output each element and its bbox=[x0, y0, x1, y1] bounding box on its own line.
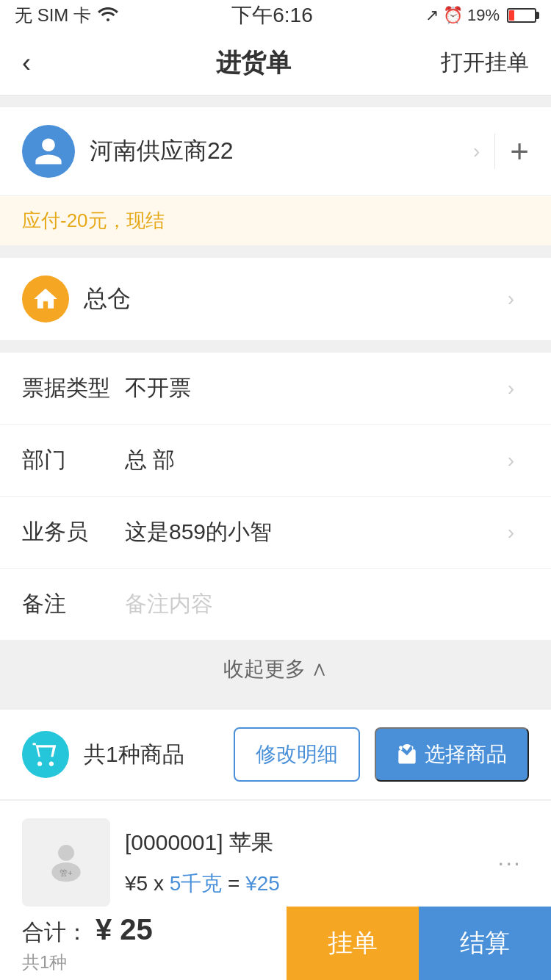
sales-label: 业务员 bbox=[22, 517, 110, 547]
equals-sign: = bbox=[228, 872, 245, 895]
status-time: 下午6:16 bbox=[231, 1, 313, 29]
collapse-button[interactable]: 收起更多 ∧ bbox=[0, 641, 551, 698]
carrier-text: 无 SIM 卡 bbox=[15, 4, 91, 27]
back-button[interactable]: ‹ bbox=[22, 48, 66, 79]
svg-text:管+: 管+ bbox=[60, 868, 72, 877]
pending-button[interactable]: 挂单 bbox=[287, 907, 419, 980]
select-product-label: 选择商品 bbox=[425, 741, 507, 768]
dept-row[interactable]: 部门 总 部 › bbox=[0, 425, 551, 497]
open-pending-button[interactable]: 打开挂单 bbox=[441, 48, 529, 78]
product-header: 共1种商品 修改明细 选择商品 bbox=[0, 710, 551, 799]
total-main: 合计： ¥ 25 bbox=[22, 913, 264, 948]
page-title: 进货单 bbox=[216, 46, 291, 80]
status-left: 无 SIM 卡 bbox=[15, 4, 119, 27]
select-product-icon bbox=[397, 744, 417, 765]
product-info: [0000001] 苹果 ¥5 x 5千克 = ¥25 bbox=[125, 828, 475, 898]
user-icon bbox=[32, 135, 65, 167]
product-title: 苹果 bbox=[229, 830, 273, 854]
checkout-button[interactable]: 结算 bbox=[419, 907, 551, 980]
sales-row[interactable]: 业务员 这是859的小智 › bbox=[0, 497, 551, 569]
supplier-divider bbox=[494, 134, 495, 169]
location-icon: ↗ bbox=[425, 6, 439, 25]
sales-chevron-icon: › bbox=[508, 521, 514, 544]
invoice-row[interactable]: 票据类型 不开票 › bbox=[0, 353, 551, 425]
form-section: 票据类型 不开票 › 部门 总 部 › 业务员 这是859的小智 › 备注 备注… bbox=[0, 353, 551, 641]
sales-value: 这是859的小智 bbox=[125, 517, 508, 547]
supplier-row[interactable]: 河南供应商22 › + bbox=[0, 107, 551, 196]
select-product-button[interactable]: 选择商品 bbox=[375, 727, 529, 782]
supplier-name: 河南供应商22 bbox=[90, 135, 473, 167]
invoice-label: 票据类型 bbox=[22, 373, 110, 403]
product-code: [0000001] bbox=[125, 830, 229, 854]
battery-text: 19% bbox=[467, 6, 500, 25]
total-price: ¥25 bbox=[245, 872, 280, 895]
alarm-icon: ⏰ bbox=[443, 6, 463, 25]
product-thumb-icon: 管+ bbox=[40, 837, 92, 888]
unit-price: ¥5 x bbox=[125, 872, 170, 895]
product-icon bbox=[22, 731, 69, 778]
total-amount: ¥ 25 bbox=[96, 913, 153, 946]
warehouse-card: 总仓 › bbox=[0, 258, 551, 341]
product-price-row: ¥5 x 5千克 = ¥25 bbox=[125, 870, 475, 898]
bottom-bar: 合计： ¥ 25 共1种 挂单 结算 bbox=[0, 907, 551, 980]
total-sub: 共1种 bbox=[22, 951, 264, 974]
battery-icon bbox=[507, 8, 536, 23]
total-label: 合计： bbox=[22, 918, 88, 948]
total-area: 合计： ¥ 25 共1种 bbox=[0, 913, 287, 974]
wifi-icon bbox=[97, 5, 119, 26]
remark-row[interactable]: 备注 备注内容 bbox=[0, 569, 551, 641]
nav-bar: ‹ 进货单 打开挂单 bbox=[0, 31, 551, 96]
product-thumbnail: 管+ bbox=[22, 818, 110, 907]
add-button[interactable]: + bbox=[510, 135, 529, 167]
supplier-avatar bbox=[22, 125, 75, 178]
warehouse-chevron-icon: › bbox=[508, 287, 514, 311]
product-name: [0000001] 苹果 bbox=[125, 828, 475, 858]
svg-point-0 bbox=[58, 845, 74, 861]
content-area: 河南供应商22 › + 应付-20元，现结 总仓 › 票据类型 不开票 › 部门… bbox=[0, 107, 551, 980]
product-count: 共1种商品 bbox=[84, 740, 219, 770]
invoice-chevron-icon: › bbox=[508, 377, 514, 400]
supplier-chevron-icon: › bbox=[473, 140, 480, 163]
modify-detail-button[interactable]: 修改明细 bbox=[234, 727, 360, 782]
status-right: ↗ ⏰ 19% bbox=[425, 6, 536, 25]
dept-chevron-icon: › bbox=[508, 449, 514, 472]
invoice-value: 不开票 bbox=[125, 373, 508, 403]
warehouse-name: 总仓 bbox=[84, 283, 508, 315]
supplier-card: 河南供应商22 › + 应付-20元，现结 bbox=[0, 107, 551, 246]
dept-value: 总 部 bbox=[125, 445, 508, 475]
cart-icon bbox=[32, 741, 60, 768]
more-options-button[interactable]: ··· bbox=[490, 842, 529, 884]
remark-placeholder: 备注内容 bbox=[125, 589, 529, 619]
warehouse-icon bbox=[22, 275, 69, 323]
remark-label: 备注 bbox=[22, 589, 110, 619]
warehouse-row[interactable]: 总仓 › bbox=[0, 258, 551, 341]
status-bar: 无 SIM 卡 下午6:16 ↗ ⏰ 19% bbox=[0, 0, 551, 31]
dept-label: 部门 bbox=[22, 445, 110, 475]
home-icon bbox=[32, 285, 60, 313]
supplier-alert: 应付-20元，现结 bbox=[0, 196, 551, 246]
qty-highlight: 5千克 bbox=[170, 872, 223, 895]
product-item: 管+ [0000001] 苹果 ¥5 x 5千克 = ¥25 ··· bbox=[0, 801, 551, 924]
